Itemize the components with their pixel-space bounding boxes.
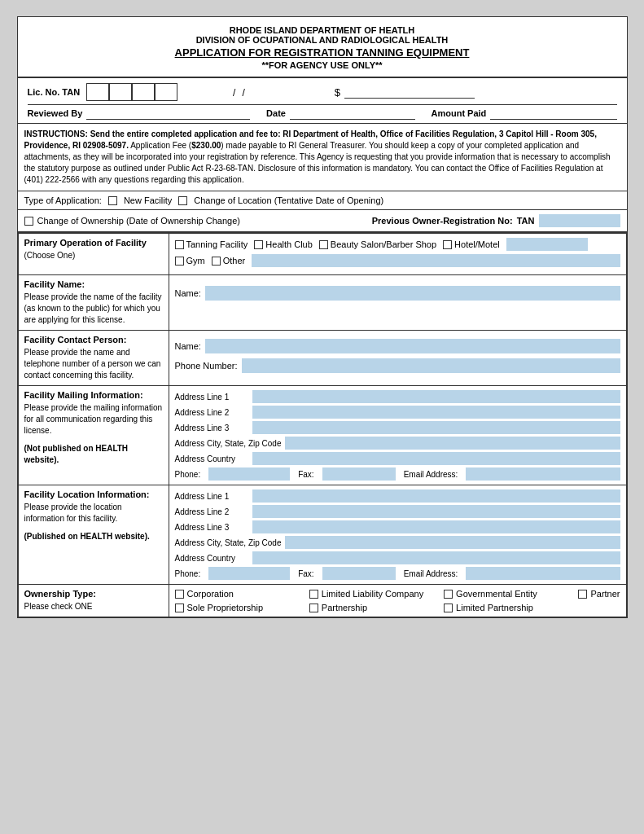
new-facility-label: New Facility bbox=[124, 195, 172, 205]
mail-addr2-input[interactable] bbox=[252, 406, 620, 419]
other-item: Other bbox=[212, 256, 246, 266]
tanning-facility-checkbox[interactable] bbox=[175, 240, 184, 249]
partner-checkbox[interactable] bbox=[578, 590, 587, 599]
ownership-type-sublabel: Please check ONE bbox=[24, 601, 163, 612]
app-type-section: Type of Application: New Facility Change… bbox=[18, 191, 627, 210]
lic-box-1[interactable] bbox=[86, 83, 109, 101]
header-line4: **FOR AGENCY USE ONLY** bbox=[34, 60, 611, 70]
change-location-label: Change of Location (Tentative Date of Op… bbox=[194, 195, 383, 205]
partnership-checkbox[interactable] bbox=[309, 604, 318, 612]
loc-addr2-input[interactable] bbox=[252, 505, 620, 518]
mail-city-label: Address City, State, Zip Code bbox=[175, 439, 282, 448]
amount-field[interactable] bbox=[344, 86, 475, 99]
contact-phone-label: Phone Number: bbox=[175, 361, 238, 371]
mail-city-input[interactable] bbox=[285, 437, 620, 450]
hotel-motel-checkbox[interactable] bbox=[443, 240, 452, 249]
instructions-label: INSTRUCTIONS: bbox=[24, 129, 88, 138]
tanning-facility-item: Tanning Facility bbox=[175, 239, 248, 249]
facility-name-subtext: Please provide the name of the facility … bbox=[24, 292, 163, 326]
mail-addr1-input[interactable] bbox=[252, 390, 620, 403]
facility-location-label: Facility Location Information: bbox=[24, 489, 150, 499]
facility-location-row: Facility Location Information: Please pr… bbox=[18, 485, 626, 585]
name-label: Name: bbox=[175, 288, 201, 298]
gym-label: Gym bbox=[186, 256, 205, 266]
sole-prop-item: Sole Proprietorship bbox=[175, 603, 303, 612]
facility-contact-left: Facility Contact Person: Please provide … bbox=[18, 331, 169, 386]
amount-paid-field[interactable] bbox=[490, 107, 616, 120]
loc-city-input[interactable] bbox=[285, 536, 620, 549]
mail-addr1-label: Address Line 1 bbox=[175, 393, 248, 402]
contact-name-input[interactable] bbox=[205, 339, 620, 353]
mail-addr3-input[interactable] bbox=[252, 421, 620, 434]
facility-contact-label: Facility Contact Person: bbox=[24, 335, 127, 345]
loc-email-label: Email Address: bbox=[404, 569, 458, 578]
lic-box-3[interactable] bbox=[132, 83, 155, 101]
loc-addr1-input[interactable] bbox=[252, 489, 620, 503]
date-label: Date bbox=[266, 108, 286, 118]
prev-owner-field[interactable] bbox=[539, 214, 620, 227]
other-checkbox[interactable] bbox=[212, 257, 221, 266]
tan-label: TAN bbox=[517, 216, 535, 226]
loc-fax-input[interactable] bbox=[322, 567, 396, 580]
loc-country-input[interactable] bbox=[252, 551, 620, 564]
facility-contact-right: Name: Phone Number: bbox=[169, 331, 626, 386]
mail-addr3-label: Address Line 3 bbox=[175, 424, 248, 432]
reviewed-by-label: Reviewed By bbox=[28, 108, 83, 118]
facility-name-row: Facility Name: Please provide the name o… bbox=[18, 275, 626, 331]
instructions-section: INSTRUCTIONS: Send the entire completed … bbox=[18, 124, 627, 191]
ownership-type-row: Ownership Type: Please check ONE Corpora… bbox=[18, 585, 626, 617]
llc-checkbox[interactable] bbox=[309, 590, 318, 599]
contact-phone-input[interactable] bbox=[242, 358, 620, 373]
facility-mailing-note: (Not published on HEALTH website). bbox=[24, 443, 163, 466]
facility-name-input[interactable] bbox=[205, 286, 620, 301]
reviewed-by-field[interactable] bbox=[86, 107, 250, 120]
sole-prop-label: Sole Proprietorship bbox=[187, 603, 264, 612]
mail-country-input[interactable] bbox=[252, 452, 620, 465]
facility-location-note: (Published on HEALTH website). bbox=[24, 531, 163, 542]
facility-mailing-row: Facility Mailing Information: Please pro… bbox=[18, 386, 626, 485]
primary-op-options-row1: Tanning Facility Health Club Beauty Salo… bbox=[175, 238, 620, 251]
loc-city-label: Address City, State, Zip Code bbox=[175, 538, 282, 547]
mail-phone-label: Phone: bbox=[175, 470, 201, 479]
loc-addr3-label: Address Line 3 bbox=[175, 523, 248, 532]
ownership-type-label: Ownership Type: bbox=[24, 589, 96, 599]
other-field[interactable] bbox=[252, 254, 620, 267]
lic-label: Lic. No. TAN bbox=[28, 87, 81, 97]
gym-checkbox[interactable] bbox=[175, 257, 184, 266]
loc-addr1-label: Address Line 1 bbox=[175, 492, 248, 501]
loc-addr2-label: Address Line 2 bbox=[175, 507, 248, 516]
gov-entity-checkbox[interactable] bbox=[444, 590, 453, 599]
loc-addr3-input[interactable] bbox=[252, 520, 620, 533]
ownership-change-checkbox[interactable] bbox=[24, 217, 33, 226]
beauty-salon-checkbox[interactable] bbox=[319, 240, 328, 249]
beauty-salon-label: Beauty Salon/Barber Shop bbox=[331, 239, 436, 249]
mail-phone-input[interactable] bbox=[208, 467, 290, 481]
facility-contact-row: Facility Contact Person: Please provide … bbox=[18, 331, 626, 386]
limited-partnership-checkbox[interactable] bbox=[444, 604, 453, 612]
facility-name-right: Name: bbox=[169, 275, 626, 331]
dollar-sign: $ bbox=[335, 86, 340, 99]
loc-email-input[interactable] bbox=[466, 567, 620, 580]
lic-boxes bbox=[86, 83, 177, 101]
form-header: RHODE ISLAND DEPARTMENT OF HEATLH DIVISI… bbox=[18, 17, 627, 78]
llc-label: Limited Liability Company bbox=[322, 589, 423, 599]
facility-location-left: Facility Location Information: Please pr… bbox=[18, 485, 169, 585]
main-table: Primary Operation of Facility (Choose On… bbox=[18, 233, 627, 617]
tanning-facility-label: Tanning Facility bbox=[186, 239, 248, 249]
corporation-item: Corporation bbox=[175, 589, 303, 599]
lic-box-2[interactable] bbox=[109, 83, 132, 101]
hotel-motel-field[interactable] bbox=[506, 238, 588, 251]
loc-country-label: Address Country bbox=[175, 554, 248, 563]
loc-phone-input[interactable] bbox=[208, 567, 290, 580]
mail-email-input[interactable] bbox=[466, 467, 620, 481]
corporation-checkbox[interactable] bbox=[175, 590, 184, 599]
health-club-checkbox[interactable] bbox=[254, 240, 263, 249]
mail-addr2-label: Address Line 2 bbox=[175, 408, 248, 417]
lic-box-4[interactable] bbox=[155, 83, 177, 101]
change-location-checkbox[interactable] bbox=[178, 196, 187, 205]
ownership-change-section: Change of Ownership (Date of Ownership C… bbox=[18, 210, 627, 233]
date-field[interactable] bbox=[290, 107, 415, 120]
new-facility-checkbox[interactable] bbox=[108, 196, 117, 205]
mail-fax-input[interactable] bbox=[322, 467, 396, 481]
sole-prop-checkbox[interactable] bbox=[175, 604, 184, 612]
